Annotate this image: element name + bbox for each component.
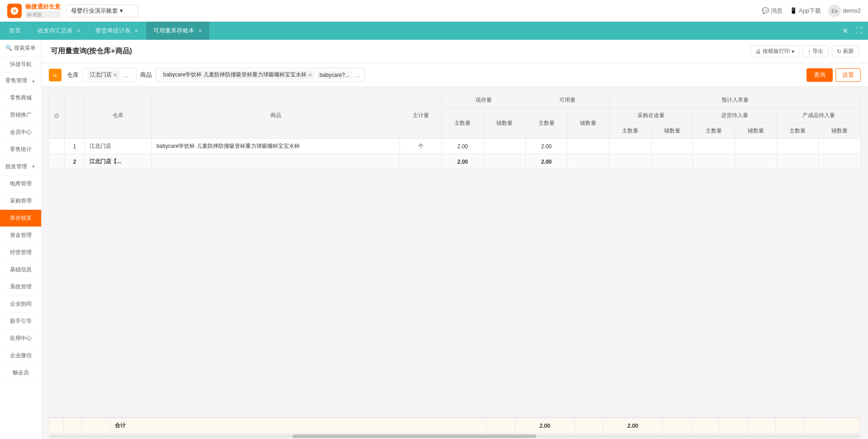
sidebar-item-ops-mgmt[interactable]: 经营管理 (0, 244, 41, 261)
page-actions: 🖨 按模板打印 ▾ ↑ 导出 ↻ 刷新 (750, 45, 859, 57)
warehouse-input[interactable]: 江北门店 ✕ ... (82, 68, 137, 82)
filter-area: » 仓库 江北门店 ✕ ... 商品 babycare学饮杯 儿童防摔防撞吸管杯… (42, 63, 868, 87)
logo-icon (7, 4, 22, 18)
page-header: 可用量查询(按仓库+商品) 🖨 按模板打印 ▾ ↑ 导出 ↻ 刷新 (42, 40, 868, 63)
top-bar-left: 畅捷通好生意 标准版 母婴行业演示账套 ▾ (7, 3, 138, 18)
sidebar-item-retail-stats[interactable]: 零售统计 (0, 141, 41, 158)
sidebar-item-inventory[interactable]: 库存核算 (0, 210, 41, 227)
query-button[interactable]: 查询 (807, 68, 833, 82)
th-seq (65, 93, 85, 139)
remove-product1-icon[interactable]: ✕ (308, 72, 312, 78)
product-input[interactable]: babycare学饮杯 儿童防摔防撞吸管杯重力球吸嘴杯宝宝水杯 ✕ babyca… (156, 68, 365, 82)
download-label: App下载 (799, 7, 821, 15)
industry-select[interactable]: 母婴行业演示账套 ▾ (66, 5, 138, 17)
scrollbar-thumb[interactable] (292, 434, 536, 438)
tab-purchase-stat[interactable]: 要货单统计表 ✕ (88, 22, 146, 40)
message-icon: 💬 (762, 7, 769, 14)
total-row-table: 合计 2.00 2.00 (49, 418, 861, 434)
horizontal-scrollbar[interactable] (42, 434, 868, 439)
th-purchase-transit-aux: 辅数量 (651, 123, 693, 139)
sidebar-item-enterprise-wechat[interactable]: 企业微信 (0, 347, 41, 364)
th-current-stock-main: 主数量 (442, 108, 484, 139)
total-current-stock-main: 2.00 (515, 418, 575, 434)
sidebar-item-sys-mgmt[interactable]: 系统管理 (0, 279, 41, 296)
remove-warehouse-icon[interactable]: ✕ (113, 72, 118, 78)
th-available: 可用量 (525, 93, 609, 108)
th-main-unit: 主计量 (400, 93, 442, 139)
sidebar-item-batch-mgmt[interactable]: 批发管理 ▼ (0, 158, 41, 175)
message-label: 消息 (771, 7, 783, 15)
sidebar-item-app-center[interactable]: 应用中心 (0, 330, 41, 347)
th-forecast-incoming: 预计入库量 (609, 93, 861, 108)
username-label: demo2 (843, 7, 861, 14)
sidebar-item-online-shop[interactable]: 零售商城 (0, 90, 41, 107)
warehouse-more[interactable]: ... (122, 71, 128, 79)
content-area: 可用量查询(按仓库+商品) 🖨 按模板打印 ▾ ↑ 导出 ↻ 刷新 (42, 40, 868, 439)
search-icon: 🔍 (5, 45, 12, 51)
tab-available-stock[interactable]: 可用量库存账本 ✕ (146, 22, 210, 40)
th-production-pending: 产成品待入量 (777, 108, 860, 123)
warehouse-label: 仓库 (67, 71, 79, 79)
page-title: 可用量查询(按仓库+商品) (51, 47, 132, 56)
print-icon: 🖨 (755, 48, 761, 55)
scrollbar-track (49, 434, 861, 438)
refresh-icon: ↻ (837, 48, 841, 55)
sidebar-item-purchase[interactable]: 采购管理 (0, 193, 41, 210)
message-button[interactable]: 💬 消息 (762, 7, 783, 15)
th-incoming-pending-aux: 辅数量 (735, 123, 777, 139)
th-purchase-transit: 采购在途量 (609, 108, 693, 123)
filter-toggle-button[interactable]: » (49, 69, 61, 81)
product-tag-2: babycare?... (317, 71, 352, 79)
th-current-stock-aux: 辅数量 (484, 108, 526, 139)
tab-close-purchase-stat[interactable]: ✕ (134, 28, 138, 34)
th-production-pending-main: 主数量 (777, 123, 819, 139)
filter-actions: 查询 设置 (807, 68, 861, 82)
logo-text: 畅捷通好生意 标准版 (25, 3, 61, 18)
th-available-aux: 辅数量 (567, 108, 609, 139)
sidebar-item-ecommerce[interactable]: 电商管理 (0, 175, 41, 193)
chevron-icon: ▼ (31, 164, 36, 169)
app-download-button[interactable]: 📱 App下载 (790, 7, 821, 15)
sidebar-item-vip-member[interactable]: 畅会员 (0, 364, 41, 382)
tab-expand-button[interactable]: ⛶ (854, 25, 864, 37)
tab-bar: 首页 收发存汇总表 ✕ 要货单统计表 ✕ 可用量库存账本 ✕ ✕ ⛶ (0, 22, 868, 40)
th-purchase-transit-main: 主数量 (609, 123, 651, 139)
chevron-down-icon: ▾ (792, 48, 794, 55)
sidebar-item-marketing[interactable]: 营销推广 (0, 107, 41, 124)
sidebar-item-member-center[interactable]: 会员中心 (0, 124, 41, 141)
th-incoming-pending: 进货待入量 (693, 108, 777, 123)
tab-close-receive-send[interactable]: ✕ (76, 28, 80, 34)
download-icon: 📱 (790, 7, 797, 14)
table-row: 1江北门店babycare学饮杯 儿童防摔防撞吸管杯重力球吸嘴杯宝宝水杯个2.0… (49, 139, 861, 154)
print-template-button[interactable]: 🖨 按模板打印 ▾ (750, 45, 799, 57)
column-settings-icon[interactable]: ⚙ (54, 112, 60, 119)
tab-close-available-stock[interactable]: ✕ (198, 28, 202, 34)
chevron-icon: ▲ (31, 78, 36, 83)
sidebar-item-finance[interactable]: 资金管理 (0, 227, 41, 244)
sidebar-item-enterprise[interactable]: 企业协同 (0, 296, 41, 313)
tab-bar-right: ✕ ⛶ (840, 22, 868, 40)
export-button[interactable]: ↑ 导出 (803, 45, 828, 57)
product-more[interactable]: ... (354, 71, 360, 79)
tab-receive-send[interactable]: 收发存汇总表 ✕ (30, 22, 88, 40)
sidebar-item-basic-info[interactable]: 基础信息 (0, 261, 41, 279)
table-row: 2江北门店【...2.002.00 (49, 154, 861, 170)
top-bar-right: 💬 消息 📱 App下载 Ea demo2 (762, 5, 861, 17)
logo-area: 畅捷通好生意 标准版 (7, 3, 61, 18)
tab-home[interactable]: 首页 (0, 22, 30, 40)
sidebar-quick-nav[interactable]: 快捷导航 (0, 57, 41, 72)
th-warehouse: 仓库 (85, 93, 152, 139)
total-row: 合计 2.00 2.00 (49, 418, 861, 434)
sidebar-item-new-guide[interactable]: 新手引导 (0, 313, 41, 330)
product-label: 商品 (140, 71, 152, 79)
data-table: ⚙ 仓库 商品 主计量 现存量 可用量 预计入库量 主数量 辅数量 主数量 (49, 92, 861, 170)
top-bar: 畅捷通好生意 标准版 母婴行业演示账套 ▾ 💬 消息 📱 App下载 Ea de… (0, 0, 868, 22)
refresh-button[interactable]: ↻ 刷新 (832, 45, 859, 57)
sidebar-item-zero-retail[interactable]: 零售管理 ▲ (0, 72, 41, 90)
total-label: 合计 (110, 418, 487, 434)
th-production-pending-aux: 辅数量 (819, 123, 861, 139)
tab-close-all-button[interactable]: ✕ (840, 25, 850, 37)
user-area[interactable]: Ea demo2 (828, 5, 861, 17)
setting-button[interactable]: 设置 (835, 68, 861, 82)
sidebar-search[interactable]: 🔍 搜索菜单 (0, 40, 41, 57)
